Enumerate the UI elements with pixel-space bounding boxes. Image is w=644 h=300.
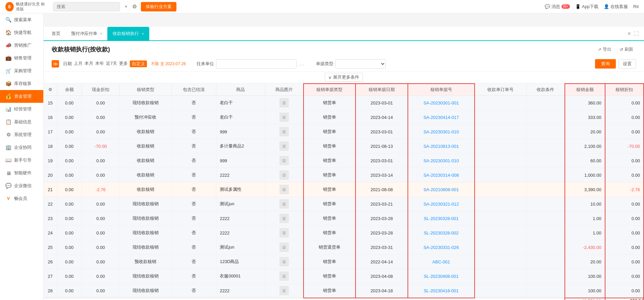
partner-input[interactable] — [216, 59, 297, 69]
date-more[interactable]: 更多 — [119, 60, 128, 67]
table-row: 28 0.00 0.00 现结收款核销 否 2222 🖼 销货单 2023-04… — [44, 284, 644, 298]
sidebar-item-inventory[interactable]: 📦 库存核算 — [0, 77, 43, 90]
tab-prepay[interactable]: 预付冲应付单 × — [66, 27, 107, 41]
cell-receipt-condition — [526, 197, 565, 211]
user-action[interactable]: Rit — [633, 4, 639, 9]
cell-receipt-order-no — [475, 139, 527, 154]
cell-balance: 0.00 — [57, 182, 82, 197]
tab-collection[interactable]: 收款核销执行 × — [107, 27, 149, 41]
cancel-bill-no-link[interactable]: SA-20230314-008 — [423, 173, 459, 178]
date-custom[interactable]: 自定义 — [130, 60, 147, 67]
basic-icon: 📋 — [5, 119, 11, 125]
sidebar-item-wechat[interactable]: 💬 企业微信 — [0, 179, 43, 192]
cancel-bill-no-link[interactable]: SL-20230418-001 — [424, 288, 459, 293]
tab-expand-btn[interactable]: ⛶ — [634, 31, 639, 36]
search-input[interactable] — [53, 2, 120, 11]
purchase-icon: 🛒 — [5, 68, 11, 74]
col-settings[interactable]: ⚙ — [44, 84, 57, 96]
cancel-bill-no-link[interactable]: SA-20230414-017 — [423, 115, 459, 120]
cancel-bill-no-link[interactable]: SA-20230321-012 — [423, 202, 459, 207]
cancel-bill-no-link[interactable]: SA-20210813-001 — [423, 144, 459, 149]
cell-row-no: 16 — [44, 110, 57, 125]
top-bar-actions: 💬 消息 99+ 📱 App下载 👤 在线客服 Rit — [545, 4, 639, 10]
table-row: 21 0.00 -2.76 收款核销 否 测试多属性 🖼 销货单 2021-08… — [44, 182, 644, 197]
cell-cancel-amount: 60.00 — [565, 154, 605, 168]
message-action[interactable]: 💬 消息 99+ — [545, 4, 570, 10]
tab-prepay-close[interactable]: × — [100, 32, 102, 36]
date-7days[interactable]: 近7天 — [106, 60, 117, 67]
guide-icon: 📖 — [5, 157, 11, 163]
cell-cash-discount: 0.00 — [82, 211, 120, 226]
app-download-action[interactable]: 📱 App下载 — [575, 4, 598, 10]
cell-goods: 测试jun — [216, 197, 265, 211]
sidebar-item-sales[interactable]: 💼 销售管理 — [0, 52, 43, 65]
export-button[interactable]: ↗ 导出 — [595, 45, 614, 54]
gear-icon[interactable]: ⚙ — [132, 3, 137, 10]
logo-icon: 6 — [5, 2, 14, 11]
date-this-year[interactable]: 本年 — [95, 60, 104, 67]
receipt-type-select[interactable] — [335, 59, 386, 69]
date-last-month[interactable]: 上月 — [74, 60, 83, 67]
cell-receipt-condition — [526, 154, 565, 168]
sidebar-item-guide[interactable]: 📖 新手引导 — [0, 154, 43, 167]
expand-more-bar: ∨ 展开更多条件 — [44, 72, 644, 83]
cancel-bill-no-link[interactable]: SA-20210808-001 — [423, 187, 459, 192]
cell-cash-discount: 0.00 — [82, 110, 120, 125]
cell-cash-discount: 0.00 — [82, 255, 120, 269]
cancel-bill-no-link[interactable]: SL-20230328-002 — [424, 230, 459, 235]
cell-cancel-bill-date: 2021-08-08 — [356, 182, 408, 197]
query-button[interactable]: 查询 — [595, 59, 616, 69]
cancel-bill-no-link[interactable]: ABC-001 — [432, 259, 450, 264]
cell-row-no: 17 — [44, 125, 57, 139]
date-this-month[interactable]: 本月 — [85, 60, 93, 67]
sidebar-item-basic[interactable]: 📋 基础信息 — [0, 116, 43, 128]
table-row: 26 0.00 0.00 预收款核销 否 123D商品 🖼 销货单 2022-0… — [44, 255, 644, 269]
cancel-bill-no-link[interactable]: SA-20230301-010 — [423, 158, 459, 163]
cancel-bill-no-link[interactable]: SA-20230331-026 — [423, 245, 459, 250]
table-row: 17 0.00 0.00 收款核销 否 999 🖼 销货单 2023-03-01… — [44, 125, 644, 139]
sidebar-item-member[interactable]: V 畅会员 — [0, 192, 43, 205]
industry-button[interactable]: 体验行业方案 — [141, 2, 176, 11]
finance-icon: 💰 — [5, 93, 11, 99]
table-row: 16 0.00 0.00 预付冲应收 否 老白干 🖼 销货单 2023-04-1… — [44, 110, 644, 125]
refresh-button[interactable]: ↺ 刷新 — [617, 45, 636, 54]
cancel-bill-no-link[interactable]: SA-20230301-001 — [423, 100, 459, 105]
cancel-bill-no-link[interactable]: SL-20230408-001 — [424, 274, 459, 279]
sidebar-item-business[interactable]: 📊 经营管理 — [0, 103, 43, 116]
settings-button[interactable]: 设置 — [619, 59, 636, 69]
sidebar-item-finance[interactable]: 💰 资金管理 — [0, 90, 43, 103]
expand-more-btn[interactable]: ∨ 展开更多条件 — [325, 73, 363, 82]
cell-cancel-bill-type: 销货单 — [304, 211, 356, 226]
cell-cancel-amount: 2,100.00 — [565, 139, 605, 154]
marketing-icon: 📣 — [5, 42, 11, 48]
sidebar-label-nav: 快捷导航 — [14, 30, 32, 36]
cell-balance: 0.00 — [57, 168, 82, 182]
cell-cancel-bill-type: 销货单 — [304, 110, 356, 125]
sidebar-item-nav[interactable]: 🏠 快捷导航 — [0, 26, 43, 39]
cell-include-settled: 否 — [171, 125, 216, 139]
cell-cancel-bill-type: 销货单 — [304, 182, 356, 197]
tab-home[interactable]: 首页 — [46, 27, 66, 41]
cell-cancel-amount: 333.00 — [565, 110, 605, 125]
app-download-label: App下载 — [582, 4, 598, 10]
cell-receipt-order-no — [475, 284, 527, 298]
cell-receipt-order-no — [475, 226, 527, 240]
tab-close-btn[interactable]: ✕ — [627, 31, 631, 36]
sidebar-item-purchase[interactable]: 🛒 采购管理 — [0, 65, 43, 77]
sidebar-item-marketing[interactable]: 📣 营销推广 — [0, 39, 43, 52]
sidebar-item-search[interactable]: 🔍 搜索菜单 — [0, 13, 43, 26]
sidebar-label-guide: 新手引导 — [14, 157, 32, 163]
sidebar-item-system[interactable]: ⚙ 系统管理 — [0, 128, 43, 141]
cell-cancel-bill-type: 销货单 — [304, 284, 356, 298]
cell-goods-image: 🖼 — [265, 284, 303, 298]
sidebar-item-company[interactable]: 🏢 企业协同 — [0, 141, 43, 154]
cell-cancel-bill-type: 销货单 — [304, 168, 356, 182]
cell-row-no: 20 — [44, 168, 57, 182]
cancel-bill-no-link[interactable]: SL-20230328-001 — [424, 216, 459, 221]
cancel-bill-no-link[interactable]: SA-20230301-010 — [423, 129, 459, 134]
tab-collection-close[interactable]: × — [142, 32, 144, 36]
expand-button[interactable]: ≫ — [52, 60, 59, 68]
online-service-action[interactable]: 👤 在线客服 — [604, 4, 628, 10]
cell-cancel-discount: 0.00 — [605, 168, 644, 182]
sidebar-item-hardware[interactable]: 🖥 智能硬件 — [0, 167, 43, 179]
